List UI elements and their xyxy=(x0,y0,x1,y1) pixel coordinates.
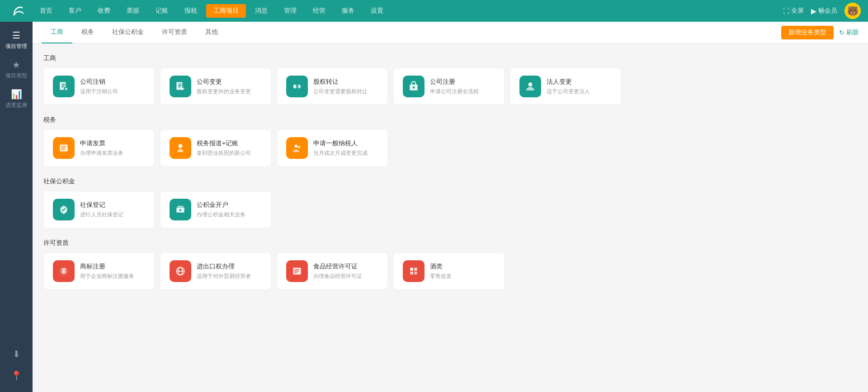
content-area: 工商 税务 社保公积金 许可资质 其他 新增业务类型 ↻ 刷新 工商 xyxy=(33,22,868,392)
main-layout: ☰ 项目管理 ★ 项目类型 📊 进度监测 ⬇ 📍 工商 税务 社保公积金 许可资… xyxy=(0,22,868,392)
card-text-import-export: 进出口权办理 适用于对外贸易经营者 xyxy=(197,263,251,280)
cards-grid-gongshang: 公司注销 适用于注销公司 公司变更 股权变更外的业务变更 xyxy=(43,68,857,105)
vip-icon: ▶ xyxy=(811,7,816,15)
nav-accounting[interactable]: 记账 xyxy=(148,4,175,18)
refresh-label: 刷新 xyxy=(846,29,859,37)
sidebar-item-project-type[interactable]: ★ 项目类型 xyxy=(0,55,33,84)
card-general-taxpayer[interactable]: 申请一般纳税人 当月或次月成变更完成 xyxy=(277,129,388,167)
card-text-company-change: 公司变更 股权变更外的业务变更 xyxy=(197,78,251,96)
svg-point-10 xyxy=(295,144,298,148)
card-liquor[interactable]: 酒类 零售批发 xyxy=(393,253,505,290)
scroll-content[interactable]: 工商 公司注销 适用于注销公司 公司变更 xyxy=(33,43,868,392)
fullscreen-button[interactable]: ⛶ 全屏 xyxy=(783,7,804,15)
cards-grid-xuke: 商标注册 用于企业商标注册服务 进出口权办理 适用于对外贸易经营者 xyxy=(43,253,857,290)
tab-xuke[interactable]: 许可资质 xyxy=(153,22,196,43)
card-invoice-apply[interactable]: 申请发票 办理申请发票业务 xyxy=(43,129,155,167)
nav-bill[interactable]: 票据 xyxy=(119,4,146,18)
refresh-icon: ↻ xyxy=(839,29,844,36)
nav-fee[interactable]: 收费 xyxy=(90,4,118,18)
location-icon-button[interactable]: 📍 xyxy=(0,367,33,385)
nav-message[interactable]: 消息 xyxy=(248,4,275,18)
card-text-liquor: 酒类 零售批发 xyxy=(430,263,452,280)
nav-operation[interactable]: 经营 xyxy=(306,4,333,18)
card-icon-trademark xyxy=(53,260,75,282)
card-desc-tax-report: 拿到营业执照的新公司 xyxy=(197,149,251,157)
card-text-social-insurance: 社保登记 进行人员社保登记 xyxy=(80,201,123,219)
card-desc-social-insurance: 进行人员社保登记 xyxy=(80,211,123,219)
svg-point-11 xyxy=(298,146,300,148)
add-type-button[interactable]: 新增业务类型 xyxy=(781,26,834,39)
card-icon-legal-person-change xyxy=(519,76,541,97)
card-icon-liquor xyxy=(403,260,425,282)
nav-business[interactable]: 工商项目 xyxy=(206,4,246,18)
card-title-trademark: 商标注册 xyxy=(80,263,134,271)
card-import-export[interactable]: 进出口权办理 适用于对外贸易经营者 xyxy=(160,253,271,290)
card-food-license[interactable]: 食品经营许可证 办理食品经营许可证 xyxy=(277,253,388,290)
nav-tax[interactable]: 报税 xyxy=(177,4,204,18)
card-icon-company-register xyxy=(403,76,425,97)
card-icon-import-export xyxy=(170,260,191,282)
download-icon-button[interactable]: ⬇ xyxy=(0,345,33,363)
top-navigation: 首页 客户 收费 票据 记账 报税 工商项目 消息 管理 经营 服务 设置 ⛶ … xyxy=(0,0,868,22)
nav-manage[interactable]: 管理 xyxy=(277,4,304,18)
fullscreen-icon: ⛶ xyxy=(783,7,789,14)
tab-other[interactable]: 其他 xyxy=(196,22,227,43)
card-desc-food-license: 办理食品经营许可证 xyxy=(313,272,362,280)
top-nav-right: ⛶ 全屏 ▶ 畅会员 🐻 xyxy=(783,3,861,19)
svg-point-7 xyxy=(528,82,533,86)
card-social-insurance[interactable]: 社保登记 进行人员社保登记 xyxy=(43,191,155,228)
nav-customer[interactable]: 客户 xyxy=(61,4,89,18)
sidebar-label-project-type: 项目类型 xyxy=(5,72,27,80)
card-icon-housing-fund xyxy=(170,199,191,220)
card-company-change[interactable]: 公司变更 股权变更外的业务变更 xyxy=(160,68,271,105)
card-text-housing-fund: 公积金开户 办理公积金相关业务 xyxy=(197,201,245,219)
card-text-general-taxpayer: 申请一般纳税人 当月或次月成变更完成 xyxy=(313,139,368,157)
card-desc-company-cancel: 适用于注销公司 xyxy=(80,88,118,96)
card-company-cancel[interactable]: 公司注销 适用于注销公司 xyxy=(43,68,155,105)
card-equity-transfer[interactable]: 股权转让 公司变更需要股权转让 xyxy=(277,68,388,105)
tab-shuiwu[interactable]: 税务 xyxy=(72,22,103,43)
section-title-gongshang: 工商 xyxy=(43,54,857,62)
tab-gongshang[interactable]: 工商 xyxy=(42,22,72,43)
card-title-invoice-apply: 申请发票 xyxy=(80,139,123,148)
card-icon-invoice-apply xyxy=(53,137,75,159)
section-title-shebao: 社保公积金 xyxy=(43,177,857,186)
svg-rect-20 xyxy=(414,268,417,271)
app-logo xyxy=(7,0,29,22)
card-icon-company-cancel xyxy=(53,76,75,97)
card-title-equity-transfer: 股权转让 xyxy=(313,78,368,86)
card-title-food-license: 食品经营许可证 xyxy=(313,263,362,271)
left-sidebar: ☰ 项目管理 ★ 项目类型 📊 进度监测 ⬇ 📍 xyxy=(0,22,33,392)
card-title-housing-fund: 公积金开户 xyxy=(197,201,245,209)
svg-point-9 xyxy=(179,144,183,148)
card-desc-housing-fund: 办理公积金相关业务 xyxy=(197,211,245,219)
sidebar-item-project-management[interactable]: ☰ 项目管理 xyxy=(0,25,33,55)
card-desc-import-export: 适用于对外贸易经营者 xyxy=(197,272,251,280)
nav-service[interactable]: 服务 xyxy=(335,4,362,18)
card-title-legal-person-change: 法人变更 xyxy=(547,78,590,86)
svg-point-4 xyxy=(297,85,301,89)
card-desc-liquor: 零售批发 xyxy=(430,272,452,280)
sidebar-label-progress-monitor: 进度监测 xyxy=(5,101,27,109)
card-text-company-cancel: 公司注销 适用于注销公司 xyxy=(80,78,118,96)
cards-grid-shebao: 社保登记 进行人员社保登记 公积金开户 办理公积金相关业务 xyxy=(43,191,857,228)
card-trademark[interactable]: 商标注册 用于企业商标注册服务 xyxy=(43,253,155,290)
tab-shebao[interactable]: 社保公积金 xyxy=(103,22,153,43)
refresh-button[interactable]: ↻ 刷新 xyxy=(839,29,859,37)
card-desc-company-register: 申请公司注册全流程 xyxy=(430,88,479,96)
card-desc-equity-transfer: 公司变更需要股权转让 xyxy=(313,88,368,96)
card-housing-fund[interactable]: 公积金开户 办理公积金相关业务 xyxy=(160,191,271,228)
card-company-register[interactable]: 公司注册 申请公司注册全流程 xyxy=(393,68,505,105)
card-tax-report[interactable]: 税务报道+记账 拿到营业执照的新公司 xyxy=(160,129,271,167)
nav-home[interactable]: 首页 xyxy=(33,4,60,18)
card-icon-general-taxpayer xyxy=(286,137,308,159)
vip-button[interactable]: ▶ 畅会员 xyxy=(811,7,837,15)
card-text-trademark: 商标注册 用于企业商标注册服务 xyxy=(80,263,134,280)
card-legal-person-change[interactable]: 法人变更 适于公司变更法人 xyxy=(510,68,621,105)
card-icon-equity-transfer xyxy=(286,76,308,97)
nav-menu: 首页 客户 收费 票据 记账 报税 工商项目 消息 管理 经营 服务 设置 xyxy=(33,4,783,18)
card-icon-company-change xyxy=(170,76,191,97)
fullscreen-label: 全屏 xyxy=(791,7,804,15)
nav-settings[interactable]: 设置 xyxy=(363,4,391,18)
sidebar-item-progress-monitor[interactable]: 📊 进度监测 xyxy=(0,84,33,114)
